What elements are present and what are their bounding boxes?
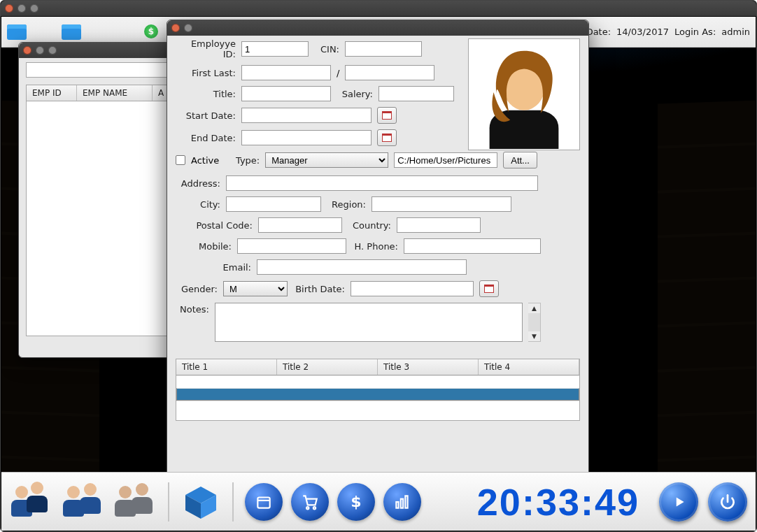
home-phone-field[interactable] (404, 238, 541, 254)
last-name-field[interactable] (345, 65, 434, 80)
finance-icon[interactable]: $ (337, 483, 375, 521)
end-date-field[interactable] (241, 130, 372, 145)
picture-path-field[interactable] (394, 152, 497, 168)
address-field[interactable] (226, 175, 538, 191)
dock-separator (168, 482, 169, 522)
name-separator: / (337, 68, 339, 78)
postal-field[interactable] (258, 217, 342, 233)
end-date-picker-button[interactable] (377, 129, 397, 146)
notes-field[interactable] (215, 303, 523, 342)
avatar-icon (469, 38, 579, 150)
col-title-3[interactable]: Title 3 (378, 359, 479, 375)
start-date-field[interactable] (241, 108, 372, 123)
date-value: 14/03/2017 (616, 27, 669, 37)
emp-id-field[interactable] (241, 41, 309, 57)
close-icon[interactable] (5, 4, 13, 13)
col-emp-name[interactable]: EMP NAME (77, 85, 153, 101)
team-icon[interactable] (113, 482, 157, 522)
svg-rect-4 (257, 497, 269, 508)
dialog-table[interactable]: Title 1 Title 2 Title 3 Title 4 (176, 359, 580, 421)
calendar-icon (382, 111, 392, 120)
mobile-field[interactable] (237, 238, 346, 254)
label-emp-id: Employye ID: (176, 38, 236, 59)
label-mobile: Mobile: (176, 241, 232, 252)
label-cin: CIN: (318, 44, 339, 55)
employees-icon[interactable] (10, 482, 53, 522)
inventory-icon[interactable] (181, 482, 221, 522)
svg-rect-10 (405, 496, 407, 508)
birth-date-field[interactable] (351, 281, 474, 296)
salary-field[interactable] (378, 86, 454, 101)
label-region: Region: (327, 199, 366, 210)
toolbar-left: $ (7, 24, 158, 40)
reports-icon[interactable] (383, 483, 421, 521)
cin-field[interactable] (345, 41, 422, 57)
label-end-date: End Date: (176, 133, 236, 143)
start-date-picker-button[interactable] (377, 107, 397, 124)
employee-avatar[interactable] (468, 38, 580, 150)
login-label: Login As: (674, 27, 716, 37)
active-checkbox[interactable] (176, 155, 185, 165)
label-active: Active (191, 155, 219, 166)
label-hphone: H. Phone: (352, 241, 398, 252)
label-postal: Postal Code: (176, 220, 253, 231)
login-value: admin (721, 27, 750, 37)
managers-icon[interactable] (62, 482, 105, 522)
label-title: Title: (176, 89, 236, 99)
svg-point-7 (313, 507, 316, 509)
region-field[interactable] (372, 196, 511, 212)
table-row[interactable] (176, 388, 579, 401)
label-salary: Salery: (337, 89, 373, 99)
type-select[interactable]: Manager (265, 152, 388, 168)
label-gender: Gender: (176, 284, 218, 294)
table-row[interactable] (176, 375, 579, 388)
scroll-down-icon[interactable]: ▼ (528, 331, 540, 341)
scroll-up-icon[interactable]: ▲ (528, 303, 540, 313)
svg-point-6 (306, 507, 309, 509)
main-titlebar[interactable] (1, 1, 756, 16)
money-icon[interactable]: $ (144, 24, 158, 38)
gender-select[interactable]: M (223, 281, 288, 296)
birth-date-picker-button[interactable] (479, 280, 499, 297)
table-row[interactable] (176, 401, 579, 420)
client-area: $ Date: 14/03/2017 Login As: admin EMP I… (1, 17, 756, 531)
power-icon[interactable] (708, 482, 747, 522)
email-field[interactable] (257, 259, 467, 275)
folder-icon[interactable] (7, 24, 27, 40)
label-city: City: (176, 199, 220, 210)
col-title-4[interactable]: Title 4 (479, 359, 579, 375)
col-emp-id[interactable]: EMP ID (27, 85, 77, 101)
col-title-1[interactable]: Title 1 (176, 359, 277, 375)
label-birth: Birth Date: (293, 284, 345, 294)
dock: $ 20:33:49 (1, 472, 756, 531)
cart-icon[interactable] (291, 483, 329, 521)
label-country: Country: (348, 220, 391, 231)
label-notes: Notes: (176, 303, 209, 315)
attach-button[interactable]: Att... (503, 152, 537, 168)
minimize-icon[interactable] (36, 46, 44, 55)
title-field[interactable] (241, 86, 331, 101)
label-type: Type: (230, 155, 260, 166)
orders-icon[interactable] (245, 483, 283, 521)
svg-rect-8 (396, 502, 398, 508)
minimize-icon[interactable] (184, 24, 192, 32)
play-icon[interactable] (659, 482, 698, 522)
calendar-icon (382, 134, 392, 142)
col-title-2[interactable]: Title 2 (277, 359, 378, 375)
close-icon[interactable] (171, 24, 180, 32)
notes-scrollbar[interactable]: ▲ ▼ (528, 303, 541, 342)
maximize-icon[interactable] (30, 4, 38, 13)
city-field[interactable] (226, 196, 321, 212)
minimize-icon[interactable] (17, 4, 26, 13)
maximize-icon[interactable] (48, 46, 57, 55)
first-name-field[interactable] (241, 65, 331, 80)
date-label: Date: (586, 27, 611, 37)
dialog-titlebar[interactable] (167, 20, 588, 36)
close-icon[interactable] (23, 46, 31, 55)
main-window: $ Date: 14/03/2017 Login As: admin EMP I… (0, 0, 757, 532)
clock: 20:33:49 (477, 480, 639, 524)
folder-icon[interactable] (62, 24, 81, 40)
country-field[interactable] (397, 217, 481, 233)
label-first-last: First Last: (176, 68, 236, 78)
svg-marker-11 (677, 497, 684, 506)
